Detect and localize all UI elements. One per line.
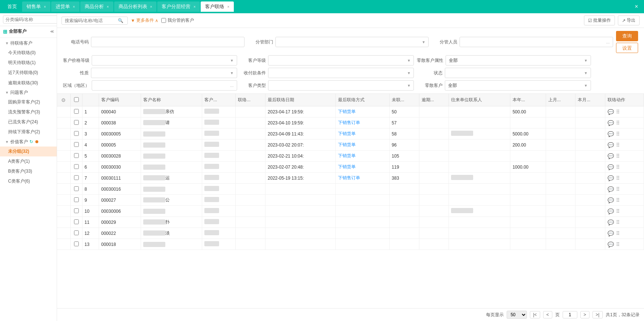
- dept-select[interactable]: ▼: [275, 37, 429, 47]
- status-select[interactable]: ▼: [445, 68, 591, 78]
- sidebar-item-overdue[interactable]: 逾期未联络(30): [0, 78, 57, 88]
- more-conditions-btn[interactable]: ▼ 更多条件 ∧: [131, 17, 158, 24]
- chat-icon[interactable]: 💬: [608, 241, 614, 247]
- row-checkbox[interactable]: [74, 230, 79, 235]
- chat-icon[interactable]: 💬: [608, 219, 614, 225]
- row-checkbox-cell[interactable]: [70, 195, 82, 206]
- nav-tab-customer-tier[interactable]: 客户分层经营 ×: [157, 1, 200, 12]
- settings-gear-icon[interactable]: ⚙: [61, 97, 66, 103]
- row-checkbox[interactable]: [74, 153, 79, 158]
- row-checkbox[interactable]: [74, 164, 79, 169]
- chat-icon[interactable]: 💬: [608, 175, 614, 181]
- row-checkbox[interactable]: [74, 241, 79, 246]
- main-search-icon[interactable]: 🔍: [118, 18, 123, 23]
- person-select[interactable]: …: [460, 37, 613, 47]
- payment-select[interactable]: ▼: [268, 68, 414, 78]
- sidebar-item-today[interactable]: 今天待联络(0): [0, 48, 57, 58]
- col-code[interactable]: 客户编码: [99, 94, 141, 106]
- sidebar-item-unclassified[interactable]: 未分组(32): [0, 147, 57, 156]
- nature-select[interactable]: ▼: [91, 68, 237, 78]
- more-actions-icon[interactable]: ⠿: [616, 164, 620, 170]
- row-checkbox[interactable]: [74, 142, 79, 147]
- chat-icon[interactable]: 💬: [608, 230, 614, 236]
- page-number-input[interactable]: [563, 311, 577, 318]
- more-actions-icon[interactable]: ⠿: [616, 131, 620, 137]
- row-checkbox[interactable]: [74, 219, 79, 224]
- sidebar-item-tomorrow[interactable]: 明天待联络(1): [0, 58, 57, 68]
- col-name[interactable]: 客户名称: [141, 94, 202, 106]
- sidebar-item-warning[interactable]: 流失预警客户(3): [0, 107, 57, 117]
- refresh-icon[interactable]: ↻: [29, 139, 33, 144]
- row-checkbox-cell[interactable]: [70, 162, 82, 173]
- reset-button[interactable]: 设置: [616, 43, 638, 53]
- close-analysis-tab[interactable]: ×: [107, 5, 109, 9]
- nav-tab-analysis-list[interactable]: 商品分析列表 ×: [114, 1, 157, 12]
- row-checkbox-cell[interactable]: [70, 128, 82, 140]
- sidebar-all-customers[interactable]: ⊞ 全部客户 ≪: [0, 26, 57, 37]
- first-page-btn[interactable]: |<: [530, 311, 540, 318]
- close-analysis-list-tab[interactable]: ×: [150, 5, 152, 9]
- row-checkbox-cell[interactable]: [70, 217, 82, 228]
- chat-icon[interactable]: 💬: [608, 109, 614, 115]
- contact-way-link[interactable]: 下销货单: [338, 131, 356, 136]
- more-actions-icon[interactable]: ⠿: [616, 153, 620, 159]
- select-all-checkbox[interactable]: [74, 97, 79, 102]
- chat-icon[interactable]: 💬: [608, 164, 614, 170]
- more-actions-icon[interactable]: ⠿: [616, 186, 620, 192]
- row-checkbox-cell[interactable]: [70, 117, 82, 128]
- col-settings[interactable]: ⚙: [57, 94, 70, 106]
- export-button[interactable]: ↗ 导出: [618, 15, 640, 25]
- more-actions-icon[interactable]: ⠿: [616, 219, 620, 225]
- sidebar-problem-customers[interactable]: ▼ 问题客户: [0, 88, 57, 97]
- col-contact[interactable]: 联络...: [236, 94, 265, 106]
- batch-ops-button[interactable]: ☑ 批量操作: [584, 15, 615, 25]
- col-checkbox[interactable]: [70, 94, 82, 106]
- customer-tier-select[interactable]: ▼: [268, 55, 414, 66]
- sidebar-item-class-b[interactable]: B类客户(33): [0, 166, 57, 176]
- contact-way-link[interactable]: 下销货单: [338, 142, 356, 147]
- more-actions-icon[interactable]: ⠿: [616, 142, 620, 148]
- nav-home[interactable]: 首页: [3, 3, 21, 10]
- region-select[interactable]: …: [92, 80, 237, 91]
- col-contact-person[interactable]: 往来单位联系人: [449, 94, 510, 106]
- sidebar-item-class-c[interactable]: C类客户(6): [0, 176, 57, 186]
- chat-icon[interactable]: 💬: [608, 197, 614, 203]
- sidebar-item-class-a[interactable]: A类客户(1): [0, 156, 57, 166]
- col-last-contact-date[interactable]: 最后联络日期: [265, 94, 336, 106]
- row-checkbox[interactable]: [74, 186, 79, 191]
- more-actions-icon[interactable]: ⠿: [616, 120, 620, 126]
- close-customer-tier-tab[interactable]: ×: [193, 5, 196, 9]
- next-page-btn[interactable]: >: [580, 311, 590, 318]
- chat-icon[interactable]: 💬: [608, 131, 614, 137]
- sidebar-item-abnormal[interactable]: 固购异常客户(2): [0, 97, 57, 107]
- contact-way-link[interactable]: 下销售订单: [338, 120, 360, 125]
- price-tier-select[interactable]: ▼: [92, 55, 237, 66]
- prev-page-btn[interactable]: <: [543, 311, 552, 318]
- contact-way-link[interactable]: 下销货单: [338, 164, 356, 169]
- col-last-contact-way[interactable]: 最后联络方式: [335, 94, 389, 106]
- chat-icon[interactable]: 💬: [608, 153, 614, 159]
- col-this-month[interactable]: 本月...: [576, 94, 605, 106]
- sidebar-pending-contact[interactable]: ▼ 待联络客户: [0, 39, 57, 48]
- per-page-select[interactable]: 50 100 200: [507, 311, 527, 319]
- main-search-input[interactable]: [65, 18, 116, 23]
- nav-tab-purchase[interactable]: 进货单 ×: [51, 1, 80, 12]
- scatter-attr-select[interactable]: 全部 ▼: [446, 55, 591, 66]
- sidebar-item-7days[interactable]: 近7天待联络(0): [0, 68, 57, 78]
- last-page-btn[interactable]: >|: [592, 311, 603, 318]
- query-button[interactable]: 查询: [616, 31, 638, 41]
- row-checkbox-cell[interactable]: [70, 106, 82, 117]
- col-last-month[interactable]: 上月...: [546, 94, 576, 106]
- row-checkbox[interactable]: [74, 175, 79, 180]
- row-checkbox[interactable]: [74, 109, 79, 114]
- close-customer-contact-tab[interactable]: ×: [227, 5, 229, 9]
- chat-icon[interactable]: 💬: [608, 186, 614, 192]
- more-actions-icon[interactable]: ⠿: [616, 208, 620, 214]
- customer-type-select[interactable]: ▼: [268, 80, 414, 91]
- phone-input[interactable]: [91, 37, 244, 47]
- col-type[interactable]: 客户...: [202, 94, 236, 106]
- window-close-button[interactable]: ×: [632, 3, 641, 10]
- contact-way-link[interactable]: 下销货单: [338, 109, 356, 114]
- nav-tab-analysis[interactable]: 商品分析 ×: [80, 1, 113, 12]
- my-customers-filter[interactable]: 我分管的客户: [161, 17, 194, 24]
